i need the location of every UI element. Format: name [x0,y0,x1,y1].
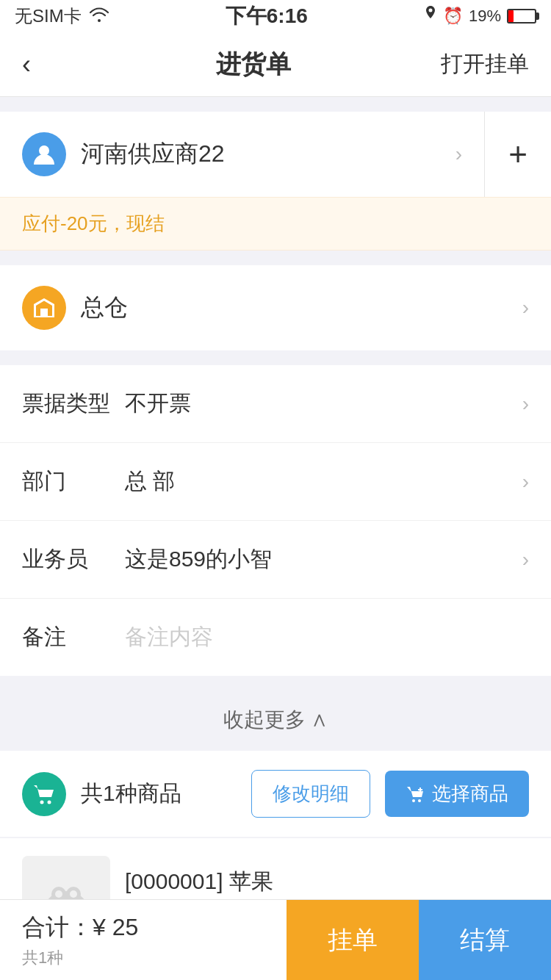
svg-point-0 [39,145,49,156]
svg-point-2 [40,800,44,804]
select-product-label: 选择商品 [432,781,508,807]
sales-chevron-icon: › [522,548,529,572]
collapse-bar[interactable]: 收起更多 ∧ [0,691,551,749]
sales-row[interactable]: 业务员 这是859的小智 › [0,521,551,599]
remark-row[interactable]: 备注 备注内容 [0,599,551,676]
remark-input[interactable]: 备注内容 [110,622,529,652]
battery-percent: 19% [469,7,501,26]
products-header: 共1种商品 修改明细 选择商品 [0,751,551,837]
svg-rect-1 [40,309,48,317]
svg-point-4 [412,799,415,802]
sales-value: 这是859的小智 [110,544,522,574]
hang-button[interactable]: 挂单 [287,900,419,980]
sales-label: 业务员 [22,544,110,574]
invoice-value: 不开票 [110,389,522,419]
dept-row[interactable]: 部门 总 部 › [0,443,551,521]
supplier-main-row[interactable]: 河南供应商22 › [0,112,485,197]
bottom-bar: 合计：¥ 25 共1种 挂单 结算 [0,899,551,980]
svg-point-5 [418,799,421,802]
battery-icon [507,9,536,24]
checkout-button[interactable]: 结算 [419,900,551,980]
carrier-text: 无SIM卡 [15,4,82,28]
status-bar: 无SIM卡 下午6:16 ⏰ 19% [0,0,551,32]
status-left: 无SIM卡 [15,4,109,28]
svg-point-12 [70,890,77,898]
location-icon [424,6,437,26]
warehouse-name: 总仓 [81,292,508,324]
total-amount: 合计：¥ 25 [22,912,264,944]
dept-label: 部门 [22,466,110,497]
remark-label: 备注 [22,622,110,652]
supplier-add-button[interactable]: + [485,112,551,197]
products-icon [22,772,66,816]
supplier-avatar [22,132,66,176]
alarm-icon: ⏰ [443,7,463,26]
edit-detail-button[interactable]: 修改明细 [251,770,370,818]
dept-chevron-icon: › [522,470,529,494]
invoice-row[interactable]: 票据类型 不开票 › [0,365,551,443]
svg-point-11 [55,890,62,898]
status-time: 下午6:16 [226,2,308,30]
dept-value: 总 部 [110,466,522,497]
open-hang-button[interactable]: 打开挂单 [441,49,529,79]
supplier-name: 河南供应商22 [81,138,441,170]
status-right: ⏰ 19% [424,6,536,26]
warehouse-chevron-icon: › [522,296,529,320]
supplier-section: 河南供应商22 › + [0,112,551,197]
nav-bar: ‹ 进货单 打开挂单 [0,32,551,97]
wifi-icon [89,6,109,26]
page-title: 进货单 [216,48,291,82]
products-count: 共1种商品 [81,779,237,809]
notice-bar: 应付-20元，现结 [0,197,551,251]
bottom-total: 合计：¥ 25 共1种 [0,900,287,980]
select-product-button[interactable]: 选择商品 [385,771,529,817]
warehouse-section[interactable]: 总仓 › [0,265,551,350]
chevron-right-icon: › [455,143,462,166]
section-gap-1 [0,97,551,112]
svg-point-3 [48,800,51,804]
main-content: 河南供应商22 › + 应付-20元，现结 总仓 › 票据类型 不开票 › 部门… [0,97,551,980]
invoice-chevron-icon: › [522,392,529,416]
form-section: 票据类型 不开票 › 部门 总 部 › 业务员 这是859的小智 › 备注 备注… [0,365,551,676]
back-button[interactable]: ‹ [22,49,66,80]
product-name: [0000001] 苹果 [125,867,480,897]
total-count: 共1种 [22,947,264,969]
invoice-label: 票据类型 [22,389,110,419]
warehouse-icon [22,286,66,330]
